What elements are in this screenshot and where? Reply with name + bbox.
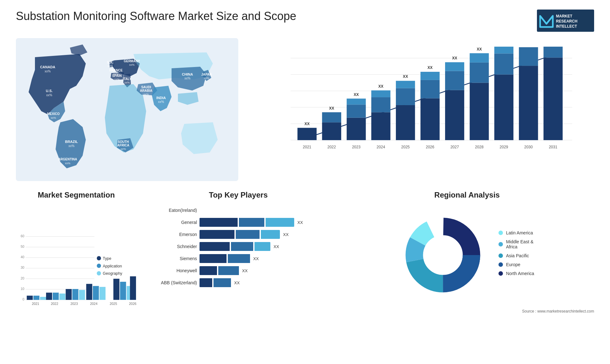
svg-rect-120 bbox=[66, 289, 72, 300]
top-section: CANADA xx% U.S. xx% MEXICO xx% BRAZIL xx… bbox=[16, 38, 594, 181]
svg-rect-126 bbox=[99, 287, 105, 300]
svg-text:40: 40 bbox=[21, 255, 24, 259]
legend-dot bbox=[498, 262, 503, 267]
bar-chart-container: XX 2021 XX 2022 XX 2023 XX 2024 bbox=[248, 38, 594, 181]
svg-text:xx%: xx% bbox=[158, 100, 164, 104]
svg-rect-122 bbox=[79, 290, 85, 300]
svg-text:XX: XX bbox=[354, 92, 359, 97]
svg-text:0: 0 bbox=[23, 298, 24, 301]
svg-text:Geography: Geography bbox=[103, 271, 123, 276]
svg-text:XX: XX bbox=[403, 74, 408, 79]
svg-rect-71 bbox=[420, 80, 439, 98]
bar-seg2 bbox=[218, 266, 239, 275]
player-row: Schneider XX bbox=[146, 242, 330, 251]
svg-text:20: 20 bbox=[21, 277, 24, 280]
player-name: Schneider bbox=[146, 244, 197, 249]
map-container: CANADA xx% U.S. xx% MEXICO xx% BRAZIL xx… bbox=[16, 38, 238, 181]
player-list: Eaton(Ireland) General XX Emerson bbox=[146, 204, 330, 287]
svg-rect-132 bbox=[130, 276, 136, 300]
header: Substation Monitoring Software Market Si… bbox=[16, 10, 594, 32]
svg-text:GERMANY: GERMANY bbox=[124, 59, 140, 63]
svg-rect-94 bbox=[544, 57, 563, 140]
svg-text:2023: 2023 bbox=[352, 145, 361, 149]
player-name: Siemens bbox=[146, 256, 197, 261]
svg-point-140 bbox=[97, 271, 101, 275]
svg-rect-124 bbox=[86, 284, 92, 300]
svg-text:xx%: xx% bbox=[143, 93, 149, 96]
donut-svg bbox=[400, 212, 486, 298]
player-value: XX bbox=[283, 232, 288, 237]
player-name: Emerson bbox=[146, 232, 197, 237]
svg-rect-91 bbox=[519, 47, 538, 66]
svg-text:xx%: xx% bbox=[185, 77, 191, 80]
svg-rect-70 bbox=[420, 98, 439, 140]
svg-text:xx%: xx% bbox=[51, 116, 56, 119]
svg-text:2026: 2026 bbox=[426, 145, 434, 149]
svg-rect-114 bbox=[40, 297, 46, 300]
svg-text:Type: Type bbox=[103, 256, 112, 261]
player-value: XX bbox=[234, 280, 240, 285]
svg-rect-116 bbox=[46, 293, 52, 300]
player-row: Siemens XX bbox=[146, 254, 330, 263]
svg-rect-77 bbox=[445, 62, 464, 71]
svg-text:XX: XX bbox=[452, 56, 457, 60]
svg-text:xx%: xx% bbox=[129, 63, 134, 66]
svg-rect-129 bbox=[120, 282, 126, 300]
bar-seg3 bbox=[266, 218, 294, 227]
svg-text:SOUTH: SOUTH bbox=[118, 140, 129, 144]
svg-text:2023: 2023 bbox=[71, 302, 78, 306]
player-value: XX bbox=[253, 256, 259, 261]
svg-rect-87 bbox=[494, 47, 513, 54]
svg-rect-65 bbox=[396, 105, 415, 140]
segmentation-chart: 0 10 20 30 40 50 60 bbox=[16, 204, 137, 312]
player-bar-wrap: XX bbox=[200, 218, 330, 227]
svg-rect-90 bbox=[519, 66, 538, 140]
svg-text:2022: 2022 bbox=[51, 302, 58, 306]
svg-text:xx%: xx% bbox=[107, 64, 113, 68]
svg-point-138 bbox=[97, 264, 101, 268]
svg-rect-57 bbox=[347, 98, 366, 104]
legend-item: Latin America bbox=[498, 230, 534, 235]
page-container: Substation Monitoring Software Market Si… bbox=[0, 0, 610, 364]
legend-label: Europe bbox=[506, 262, 520, 267]
player-bar-wrap: XX bbox=[200, 242, 330, 251]
svg-rect-121 bbox=[72, 289, 78, 300]
svg-text:10: 10 bbox=[21, 287, 24, 291]
source-text: Source : www.marketresearchintellect.com bbox=[340, 309, 594, 313]
svg-text:ARGENTINA: ARGENTINA bbox=[58, 158, 77, 161]
bar-seg1 bbox=[200, 242, 230, 251]
bottom-section: Market Segmentation 0 10 20 30 40 50 60 bbox=[16, 191, 594, 324]
svg-text:ITALY: ITALY bbox=[123, 77, 132, 81]
bar-chart-svg: XX 2021 XX 2022 XX 2023 XX 2024 bbox=[267, 44, 588, 162]
player-row: General XX bbox=[146, 218, 330, 227]
player-bar-wrap: XX bbox=[200, 230, 330, 239]
svg-text:XX: XX bbox=[477, 47, 482, 51]
legend-dot bbox=[498, 231, 503, 235]
svg-point-136 bbox=[97, 256, 101, 260]
svg-rect-125 bbox=[93, 286, 99, 300]
svg-rect-80 bbox=[470, 83, 489, 140]
svg-text:2029: 2029 bbox=[500, 145, 508, 149]
svg-text:AFRICA: AFRICA bbox=[117, 144, 129, 147]
player-value: XX bbox=[274, 244, 279, 249]
legend-label: Latin America bbox=[506, 230, 533, 235]
segmentation-panel: Market Segmentation 0 10 20 30 40 50 60 bbox=[16, 191, 137, 324]
bar-seg1 bbox=[200, 266, 217, 275]
svg-point-147 bbox=[423, 235, 463, 275]
svg-rect-51 bbox=[322, 122, 341, 140]
player-row: Emerson XX bbox=[146, 230, 330, 239]
bar-seg2 bbox=[214, 278, 231, 287]
segmentation-title: Market Segmentation bbox=[16, 191, 137, 199]
svg-rect-67 bbox=[396, 81, 415, 88]
svg-text:xx%: xx% bbox=[120, 147, 126, 151]
svg-text:2027: 2027 bbox=[451, 145, 459, 149]
svg-rect-112 bbox=[27, 296, 33, 300]
svg-text:30: 30 bbox=[21, 266, 24, 269]
player-row: ABB (Switzerland) XX bbox=[146, 278, 330, 287]
svg-text:2021: 2021 bbox=[32, 302, 39, 306]
bar-seg1 bbox=[200, 254, 227, 263]
svg-text:xx%: xx% bbox=[204, 77, 209, 80]
svg-rect-113 bbox=[33, 296, 39, 300]
player-name: ABB (Switzerland) bbox=[146, 280, 197, 285]
svg-text:2030: 2030 bbox=[524, 145, 533, 149]
